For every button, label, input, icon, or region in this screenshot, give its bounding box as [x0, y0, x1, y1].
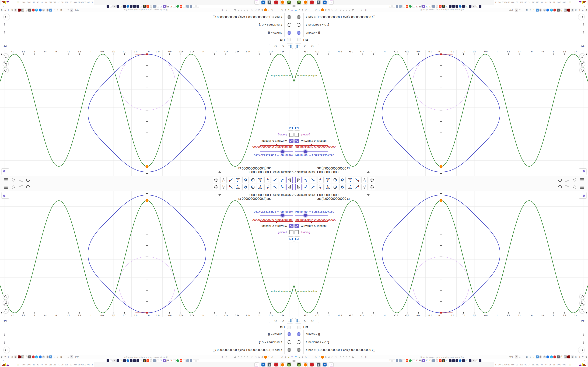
browser-extension-icon[interactable]: *	[25, 8, 28, 12]
bookmark-favicon[interactable]: G	[156, 5, 159, 8]
graphics-view[interactable]: -2.4-2.2-2-1.8-1.6-1.4-1.2-1-0.8-0.6-0.4…	[294, 50, 588, 176]
tool-conic[interactable]	[242, 184, 249, 190]
url-text[interactable]: https://www.geogebra.org/classic/aagcxh3…	[124, 8, 168, 11]
algebra-row-funcs[interactable]: funcs = {1.000000000000 + cos(4.00000000…	[294, 346, 588, 354]
bookmark-favicon[interactable]: ⚙	[113, 359, 116, 362]
arc-length-slider[interactable]	[295, 151, 328, 152]
tool-angle[interactable]: α	[347, 184, 353, 190]
bookmark-favicon[interactable]: G	[183, 359, 186, 362]
fullscreen-button[interactable]	[578, 347, 584, 353]
bookmark-favicon[interactable]: ◦	[117, 5, 119, 8]
arc-position-slider-knob[interactable]	[311, 221, 312, 223]
bookmark-favicon[interactable]: G	[466, 359, 468, 362]
bookmark-favicon[interactable]: ◦	[462, 359, 465, 362]
browser-extension-icon[interactable]: Y	[581, 355, 584, 359]
browser-extension-icon[interactable]: 0	[539, 8, 542, 12]
browser-extension-icon[interactable]: A	[536, 355, 539, 359]
graph-canvas[interactable]: -2.4-2.2-2-1.8-1.6-1.4-1.2-1-0.8-0.6-0.4…	[0, 50, 294, 176]
browser-extension-icon[interactable]: *	[560, 355, 563, 359]
bookmark-favicon[interactable]: ◦	[107, 359, 109, 362]
curvature-tangent-checkbox[interactable]	[294, 139, 299, 143]
bookmark-favicon[interactable]: G	[429, 5, 432, 8]
zoom-out-button[interactable]	[579, 54, 585, 59]
browser-extension-icon[interactable]: ◔	[308, 356, 311, 359]
mini-icon[interactable]	[247, 9, 248, 11]
zoom-out-button[interactable]	[3, 54, 9, 59]
bookmark-favicon[interactable]: f	[110, 359, 112, 362]
row-menu-kebab-icon[interactable]: ⋮	[582, 31, 585, 35]
mini-icon[interactable]	[244, 9, 245, 11]
bookmark-favicon[interactable]: ◦	[396, 5, 398, 8]
taskbar-app[interactable]: ●	[329, 362, 334, 367]
dropdown-arrow-icon[interactable]	[367, 194, 370, 196]
bookmark-favicon[interactable]: Я	[147, 5, 149, 8]
browser-extension-icon[interactable]: ▤	[564, 355, 567, 359]
curvature-function-input[interactable]: 1.000000000000 + cos(4.000000000000 x)	[315, 169, 371, 175]
browser-extension-icon[interactable]: /	[268, 356, 270, 359]
show-input-button[interactable]: fx	[280, 318, 285, 323]
bookmark-favicon[interactable]: ◦	[456, 5, 458, 8]
browser-zoom-level[interactable]: 81%	[75, 356, 79, 359]
algebra-row-curves[interactable]: curves = {}⋮	[0, 330, 294, 338]
bookmark-favicon[interactable]: ◦	[117, 359, 119, 362]
bookmark-favicon[interactable]: G	[196, 5, 199, 8]
visibility-toggle-curves[interactable]	[287, 332, 291, 336]
browser-extension-icon[interactable]: U	[35, 355, 38, 359]
mini-icon[interactable]	[241, 356, 242, 358]
browser-extension-icon[interactable]: ⚙	[0, 8, 3, 12]
tool-move[interactable]	[295, 177, 302, 183]
bookmark-favicon[interactable]: G	[170, 5, 172, 8]
chevron-up-icon[interactable]: ∧	[2, 5, 4, 8]
browser-extension-icon[interactable]: C	[60, 355, 63, 359]
bookmark-favicon[interactable]: Я	[180, 359, 182, 362]
taskbar-app[interactable]: ▦	[316, 362, 320, 367]
browser-nav-icon[interactable]: ◇	[225, 8, 228, 12]
arc-position-slider[interactable]	[260, 145, 293, 146]
arc-length-slider[interactable]	[295, 215, 328, 216]
mini-icon[interactable]	[238, 356, 239, 358]
bookmark-favicon[interactable]: G	[193, 359, 196, 362]
mini-icon[interactable]	[340, 9, 341, 11]
graphics-stylebar-toggle[interactable]	[579, 192, 587, 198]
show-input-button[interactable]: fx	[280, 44, 285, 49]
bookmark-favicon[interactable]: ◦	[479, 5, 481, 8]
bookmark-favicon[interactable]: W	[419, 359, 422, 362]
curvature-tangent-checkbox[interactable]	[294, 224, 299, 228]
bookmark-favicon[interactable]: ◦	[130, 359, 132, 362]
bookmark-favicon[interactable]: i	[150, 5, 152, 8]
settings-button[interactable]: ⚙	[310, 44, 316, 49]
bookmark-favicon[interactable]: G	[389, 5, 392, 8]
browser-extension-icon[interactable]: A	[515, 355, 518, 359]
bookmark-favicon[interactable]: ◦	[456, 359, 458, 362]
arc-length-slider[interactable]	[260, 151, 293, 152]
collapse-list-button[interactable]: −	[297, 38, 301, 42]
bookmark-favicon[interactable]: ◦	[432, 5, 435, 8]
browser-nav-icon[interactable]: ▯	[364, 8, 367, 12]
stylebar-kebab-icon[interactable]: ⋮	[268, 319, 271, 323]
browser-extension-icon[interactable]	[553, 355, 556, 359]
browser-extension-icon[interactable]: +	[546, 8, 549, 12]
tracing-checkbox[interactable]	[289, 133, 294, 137]
bookmark-favicon[interactable]: ◦	[479, 359, 481, 362]
browser-extension-icon[interactable]: C	[60, 8, 63, 12]
bookmark-favicon[interactable]: G	[173, 359, 176, 362]
algebra-row-funcNames[interactable]: funcNames = {“ ”}⋮	[0, 21, 294, 29]
mini-icon[interactable]	[343, 356, 344, 358]
browser-extension-icon[interactable]: A	[49, 8, 52, 12]
bookmark-favicon[interactable]: G	[412, 359, 415, 362]
sort-by-type-button[interactable]	[287, 318, 293, 324]
arc-length-slider[interactable]	[260, 215, 293, 216]
browser-extension-icon[interactable]: ⊕	[11, 355, 14, 359]
tool-point[interactable]: A	[279, 184, 285, 190]
taskbar-app[interactable]: *	[310, 362, 314, 367]
tool-conic[interactable]	[339, 177, 346, 183]
taskbar-app[interactable]: ▤	[287, 362, 291, 367]
tool-line[interactable]	[310, 177, 316, 183]
browser-extension-icon[interactable]	[321, 8, 324, 11]
browser-extension-icon[interactable]: ⊕	[574, 8, 577, 12]
arc-position-slider[interactable]	[295, 221, 328, 222]
browser-extension-icon[interactable]: ⊕	[328, 8, 331, 11]
bookmark-favicon[interactable]: Я	[439, 359, 441, 362]
browser-nav-icon[interactable]: ▯	[364, 355, 367, 359]
arc-length-slider-knob[interactable]	[304, 150, 307, 153]
